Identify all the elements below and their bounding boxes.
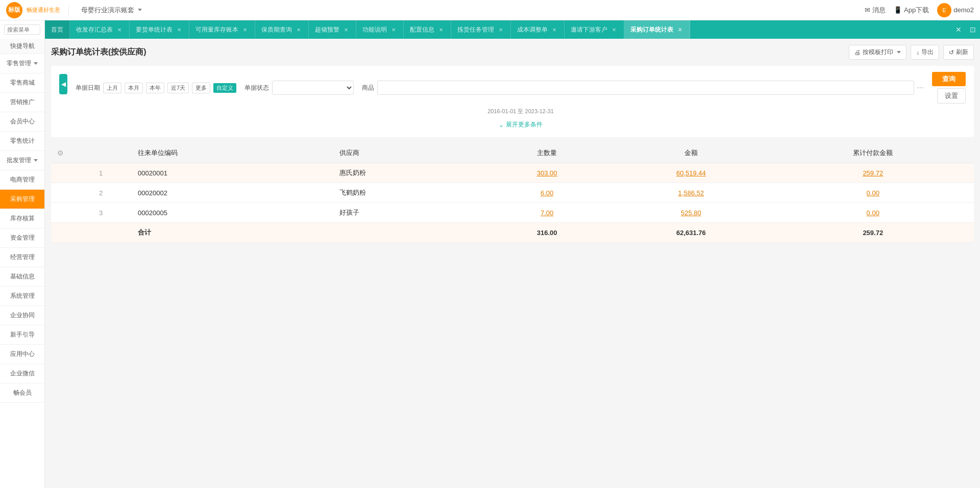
td-supplier-1: 惠氏奶粉 (333, 163, 484, 183)
btn-last-month[interactable]: 上月 (103, 83, 121, 93)
sidebar-item-ecommerce[interactable]: 电商管理 (0, 170, 44, 190)
filter-toggle[interactable]: ◀ (59, 74, 67, 94)
app-download-button[interactable]: 📱 App下载 (894, 6, 929, 15)
filter-goods-group: 商品 ··· (362, 81, 924, 95)
tab-expiry-query[interactable]: 保质期查询 ✕ (255, 20, 309, 39)
user-avatar[interactable]: E demo2 (937, 3, 974, 17)
sidebar-item-member[interactable]: 畅会员 (0, 383, 44, 403)
tab-close-icon-8[interactable]: ✕ (497, 26, 504, 33)
td-paid-1: 259.72 (772, 163, 974, 183)
tab-close-icon-9[interactable]: ✕ (551, 26, 558, 33)
column-settings-icon[interactable]: ⚙ (57, 149, 64, 157)
td-amount-1: 60,519.44 (610, 163, 772, 183)
sidebar-item-retail-stats[interactable]: 零售统计 (0, 132, 44, 151)
printer-icon: 🖨 (854, 49, 861, 56)
tab-cost-adjust[interactable]: 成本调整单 ✕ (511, 20, 565, 39)
btn-more-dates[interactable]: 更多 (192, 83, 210, 93)
tab-demand-stats[interactable]: 要货单统计表 ✕ (130, 20, 189, 39)
settings-button[interactable]: 设置 (937, 88, 966, 104)
content-area: 首页 收发存汇总表 ✕ 要货单统计表 ✕ 可用量库存账本 ✕ 保质期查询 ✕ (45, 20, 980, 488)
tab-collection-summary[interactable]: 收发存汇总表 ✕ (70, 20, 130, 39)
sidebar-item-guide[interactable]: 新手引导 (0, 325, 44, 345)
expand-icon (34, 62, 38, 65)
td-footer-paid: 259.72 (772, 223, 974, 243)
tab-home[interactable]: 首页 (45, 20, 70, 39)
table-row: 1 00020001 惠氏奶粉 303.00 60,519.44 259.72 (51, 163, 974, 183)
expand-icon: ⌄ (499, 121, 504, 129)
status-select[interactable] (272, 81, 354, 95)
td-footer-amount: 62,631.76 (610, 223, 772, 243)
sidebar-item-system[interactable]: 系统管理 (0, 287, 44, 306)
tab-invite-downstream[interactable]: 邀请下游客户 ✕ (565, 20, 624, 39)
td-num-1: 1 (70, 163, 132, 183)
sidebar-item-member-center[interactable]: 会员中心 (0, 112, 44, 132)
td-supplier-2: 飞鹤奶粉 (333, 183, 484, 203)
workspace-selector[interactable]: 母婴行业演示账套 (77, 4, 146, 17)
sidebar-item-retail-management[interactable]: 零售管理 (0, 54, 44, 73)
print-dropdown-icon (897, 51, 901, 54)
sidebar-item-operations[interactable]: 经营管理 (0, 248, 44, 267)
top-bar-right: ✉ 消息 📱 App下载 E demo2 (865, 3, 974, 17)
btn-this-year[interactable]: 本年 (146, 83, 164, 93)
search-input[interactable] (4, 24, 40, 35)
goods-more-icon[interactable]: ··· (917, 83, 924, 92)
custom-date-badge[interactable]: 自定义 (213, 83, 236, 93)
table-footer-row: 合计 316.00 62,631.76 259.72 (51, 223, 974, 243)
page-content: 采购订单统计表(按供应商) 🖨 按模板打印 ↓ 导出 ↺ (45, 39, 980, 488)
refresh-icon: ↺ (949, 49, 954, 56)
sidebar-item-enterprise[interactable]: 企业协同 (0, 306, 44, 325)
data-table: ⚙ 往来单位编码 供应商 主数量 金额 累计付款金额 (51, 143, 974, 243)
td-footer-num (70, 223, 132, 243)
tab-overstock-alert[interactable]: 超储预警 ✕ (309, 20, 356, 39)
main-layout: 快捷导航 零售管理 零售商城 营销推广 会员中心 零售统计 批发管理 电商管理 … (0, 20, 980, 488)
status-label: 单据状态 (244, 84, 269, 92)
expand-icon-2 (34, 159, 38, 162)
tab-close-icon-5[interactable]: ✕ (342, 26, 350, 33)
goods-input[interactable] (377, 81, 914, 95)
btn-this-month[interactable]: 本月 (125, 83, 143, 93)
td-settings-3 (51, 203, 70, 223)
tab-picking[interactable]: 拣货任务管理 ✕ (451, 20, 511, 39)
query-button[interactable]: 查询 (932, 72, 966, 86)
print-button[interactable]: 🖨 按模板打印 (849, 45, 906, 60)
export-button[interactable]: ↓ 导出 (911, 45, 939, 60)
btn-last-7-days[interactable]: 近7天 (167, 83, 189, 93)
sidebar-item-inventory[interactable]: 库存核算 (0, 209, 44, 228)
tab-maximize-button[interactable]: ⊡ (966, 20, 980, 39)
tab-close-icon-11[interactable]: ✕ (676, 26, 683, 33)
page-header: 采购订单统计表(按供应商) 🖨 按模板打印 ↓ 导出 ↺ (51, 45, 974, 60)
sidebar-item-finance[interactable]: 资金管理 (0, 228, 44, 248)
tab-close-icon-3[interactable]: ✕ (241, 26, 249, 33)
sidebar-item-basic-info[interactable]: 基础信息 (0, 267, 44, 287)
filter-row-1: 单据日期 上月 本月 本年 近7天 更多 自定义 (76, 72, 966, 104)
date-range-text: 2016-01-01 至 2023-12-31 (487, 108, 554, 115)
sidebar-item-app-center[interactable]: 应用中心 (0, 345, 44, 364)
td-supplier-3: 好孩子 (333, 203, 484, 223)
tab-close-icon-4[interactable]: ✕ (295, 26, 302, 33)
sidebar-item-purchase[interactable]: 采购管理 (0, 190, 44, 209)
th-paid: 累计付款金额 (772, 143, 974, 163)
tab-close-icon-2[interactable]: ✕ (176, 26, 183, 33)
message-button[interactable]: ✉ 消息 (865, 6, 886, 15)
refresh-button[interactable]: ↺ 刷新 (943, 45, 974, 60)
tab-config[interactable]: 配置信息 ✕ (404, 20, 451, 39)
sidebar-item-marketing[interactable]: 营销推广 (0, 93, 44, 112)
expand-more-button[interactable]: ⌄ 展开更多条件 (499, 118, 543, 131)
sidebar-item-retail-mall[interactable]: 零售商城 (0, 73, 44, 93)
sidebar-item-wechat[interactable]: 企业微信 (0, 364, 44, 383)
tab-close-all-button[interactable]: ✕ (951, 20, 966, 39)
tab-close-icon-6[interactable]: ✕ (390, 26, 397, 33)
tab-close-icon-10[interactable]: ✕ (610, 26, 618, 33)
tab-close-icon[interactable]: ✕ (116, 26, 123, 33)
filter-status-group: 单据状态 (244, 81, 354, 95)
tab-feature-desc[interactable]: 功能说明 ✕ (356, 20, 404, 39)
search-box (0, 20, 44, 39)
tab-close-icon-7[interactable]: ✕ (437, 26, 445, 33)
td-num-3: 3 (70, 203, 132, 223)
quick-nav-button[interactable]: 快捷导航 (0, 39, 44, 54)
td-unit-code-2: 00020002 (132, 183, 333, 203)
tab-purchase-order-stats[interactable]: 采购订单统计表 ✕ (624, 20, 690, 39)
tab-available-inventory[interactable]: 可用量库存账本 ✕ (189, 20, 255, 39)
sidebar-item-wholesale[interactable]: 批发管理 (0, 151, 44, 170)
tab-bar-end: ✕ ⊡ (951, 20, 980, 39)
